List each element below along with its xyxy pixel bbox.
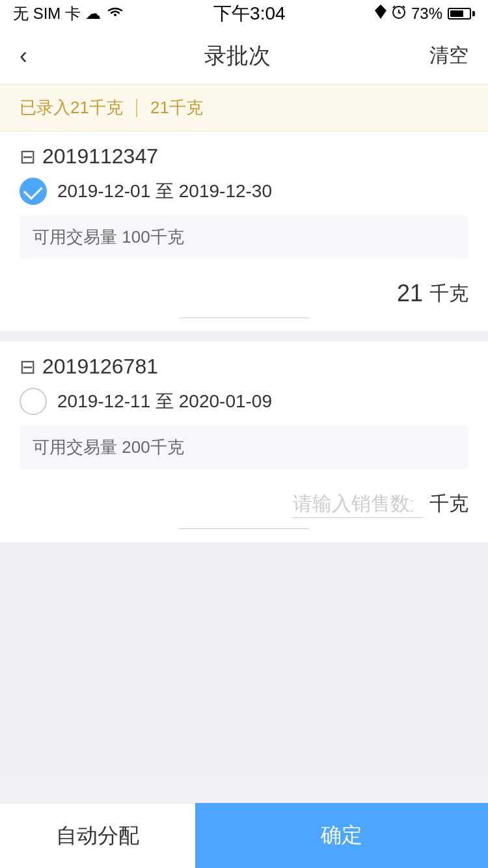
page-title: 录批次 <box>204 41 271 71</box>
auto-distribute-button[interactable]: 自动分配 <box>0 803 195 868</box>
batch-2-unit: 千克 <box>429 491 468 517</box>
batch-1-unit: 千克 <box>429 280 468 307</box>
batch-1-divider <box>179 318 309 318</box>
batch-1-amount-row: 21 千克 <box>0 269 488 318</box>
wifi-icon <box>106 5 124 23</box>
batch-2-input-row: 千克 <box>0 480 488 528</box>
info-divider <box>136 99 137 117</box>
batch-1-radio[interactable] <box>20 178 47 205</box>
clear-button[interactable]: 清空 <box>416 42 468 69</box>
status-time: 下午3:04 <box>213 1 286 26</box>
recorded-label: 已录入21千克 <box>20 96 123 119</box>
batch-1-available: 可用交易量 100千克 <box>20 215 468 259</box>
nav-bar: ‹ 录批次 清空 <box>0 27 488 85</box>
batch-2-radio[interactable] <box>20 388 47 415</box>
batch-2-quantity-input[interactable] <box>293 490 423 518</box>
status-bar: 无 SIM 卡 ☁ 下午3:04 73% <box>0 0 488 27</box>
location-icon <box>375 5 386 23</box>
batch-2-header: ⊟ 2019126781 <box>20 355 468 379</box>
batch-2-divider <box>179 528 309 529</box>
info-banner: 已录入21千克 21千克 <box>0 85 488 131</box>
alarm-icon <box>392 5 406 23</box>
sim-label: 无 SIM 卡 ☁ <box>13 3 101 24</box>
batch-2-date: 2019-12-11 至 2020-01-09 <box>57 389 272 414</box>
total-label: 21千克 <box>150 96 203 119</box>
batch-2-container: ⊟ 2019126781 2019-12-11 至 2020-01-09 可用交… <box>0 342 488 542</box>
bottom-bar: 自动分配 确定 <box>0 803 488 868</box>
batch-2-available: 可用交易量 200千克 <box>20 426 468 469</box>
status-left: 无 SIM 卡 ☁ <box>13 3 124 24</box>
batch-2-icon: ⊟ <box>20 355 36 378</box>
batch-2-id: 2019126781 <box>42 355 158 379</box>
batch-1-id: 2019112347 <box>42 144 158 169</box>
batch-1-item: ⊟ 2019112347 2019-12-01 至 2019-12-30 可用交… <box>0 131 488 259</box>
batch-1-icon: ⊟ <box>20 145 36 168</box>
confirm-button[interactable]: 确定 <box>195 803 488 868</box>
empty-area <box>0 542 488 776</box>
batch-2-date-row: 2019-12-11 至 2020-01-09 <box>20 388 468 415</box>
status-right: 73% <box>375 5 475 23</box>
battery-percent: 73% <box>411 5 442 23</box>
batch-1-container: ⊟ 2019112347 2019-12-01 至 2019-12-30 可用交… <box>0 131 488 331</box>
batch-2-item: ⊟ 2019126781 2019-12-11 至 2020-01-09 可用交… <box>0 342 488 469</box>
battery-icon <box>448 8 475 20</box>
batch-1-header: ⊟ 2019112347 <box>20 144 468 169</box>
batch-1-amount-value: 21 <box>397 280 423 307</box>
section-divider <box>0 331 488 342</box>
batch-1-date: 2019-12-01 至 2019-12-30 <box>57 179 272 204</box>
batch-1-date-row: 2019-12-01 至 2019-12-30 <box>20 178 468 205</box>
back-button[interactable]: ‹ <box>20 42 59 70</box>
